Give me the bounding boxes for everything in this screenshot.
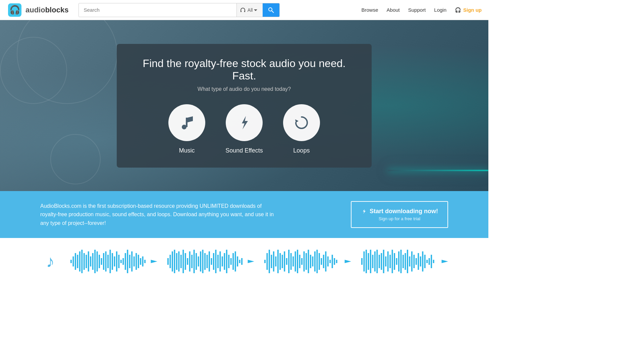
svg-rect-97: [292, 256, 294, 266]
svg-rect-84: [264, 260, 266, 263]
svg-rect-71: [217, 255, 219, 268]
search-input[interactable]: [79, 4, 236, 15]
svg-rect-106: [312, 256, 313, 266]
svg-rect-29: [107, 255, 109, 268]
svg-rect-137: [400, 250, 402, 273]
svg-rect-138: [402, 255, 404, 268]
svg-rect-17: [81, 250, 83, 273]
svg-rect-151: [431, 255, 432, 268]
nav-about[interactable]: About: [387, 7, 400, 13]
svg-rect-73: [222, 256, 223, 266]
svg-rect-109: [319, 253, 320, 270]
svg-rect-2: [240, 11, 241, 12]
hero-subtitle: What type of audio do you need today?: [137, 86, 352, 92]
svg-rect-60: [194, 250, 195, 273]
svg-rect-20: [88, 251, 89, 272]
svg-rect-36: [122, 258, 124, 265]
lightning-icon: [236, 114, 253, 131]
nav-support[interactable]: Support: [408, 7, 426, 13]
hero-decor-circle-3: [50, 134, 101, 184]
svg-rect-69: [213, 253, 214, 270]
svg-rect-66: [207, 255, 208, 268]
filter-label: All: [248, 7, 253, 13]
audio-type-loops[interactable]: Loops: [283, 104, 320, 154]
svg-rect-54: [180, 255, 182, 268]
loop-icon: [293, 114, 310, 131]
search-icon: [268, 7, 274, 13]
svg-line-6: [272, 11, 274, 13]
svg-rect-120: [363, 251, 365, 272]
cta-button[interactable]: Start downloading now! Sign up for a fre…: [351, 201, 448, 228]
svg-rect-146: [420, 256, 421, 266]
svg-rect-95: [288, 250, 289, 273]
svg-rect-57: [187, 258, 188, 265]
svg-marker-153: [442, 260, 448, 263]
nav-login[interactable]: Login: [434, 7, 446, 13]
nav-signup[interactable]: 🎧 Sign up: [455, 7, 482, 13]
teal-accent-line: [388, 170, 488, 171]
audio-type-sound-effects[interactable]: Sound Effects: [225, 104, 263, 154]
waveform-1[interactable]: [70, 248, 157, 275]
svg-rect-39: [129, 255, 130, 268]
waveform-section: ♪: [0, 238, 488, 285]
svg-rect-128: [381, 253, 382, 270]
cta-sub-text: Sign up for a free trial: [379, 216, 420, 221]
svg-rect-152: [433, 260, 434, 263]
logo[interactable]: 🎧 audioblocks: [7, 2, 68, 18]
audio-type-music[interactable]: Music: [168, 104, 205, 154]
search-button[interactable]: [263, 3, 279, 17]
svg-rect-26: [101, 258, 102, 265]
hero-section: Find the royalty-free stock audio you ne…: [0, 20, 488, 191]
waveform-4[interactable]: [361, 248, 448, 275]
svg-rect-21: [90, 256, 91, 266]
svg-rect-119: [361, 258, 363, 265]
music-label: Music: [179, 147, 195, 154]
svg-rect-46: [144, 260, 146, 263]
waveform-3[interactable]: [264, 248, 351, 275]
nav: Browse About Support Login 🎧 Sign up: [362, 7, 482, 13]
svg-rect-126: [376, 250, 378, 273]
search-filter-dropdown[interactable]: All: [236, 3, 263, 17]
svg-rect-105: [310, 255, 311, 268]
loops-circle: [283, 104, 320, 141]
svg-rect-70: [215, 250, 216, 273]
svg-rect-88: [273, 251, 274, 272]
svg-rect-130: [385, 256, 386, 266]
svg-rect-114: [329, 260, 331, 263]
svg-rect-139: [405, 253, 406, 270]
svg-rect-15: [77, 255, 78, 268]
svg-rect-86: [269, 250, 270, 273]
svg-rect-12: [70, 260, 72, 263]
hero-title: Find the royalty-free stock audio you ne…: [137, 57, 352, 82]
svg-rect-68: [211, 258, 212, 265]
cta-lightning-icon: [361, 208, 367, 215]
nav-browse[interactable]: Browse: [362, 7, 378, 13]
svg-rect-136: [398, 251, 399, 272]
svg-rect-18: [84, 253, 85, 270]
svg-rect-62: [198, 256, 199, 266]
svg-rect-52: [176, 253, 177, 270]
loops-label: Loops: [293, 147, 310, 154]
svg-rect-125: [374, 251, 376, 272]
svg-rect-50: [172, 251, 173, 272]
svg-rect-107: [314, 251, 316, 272]
svg-marker-118: [345, 260, 351, 263]
svg-rect-80: [237, 256, 238, 266]
svg-rect-33: [116, 251, 117, 272]
waveforms-container: [70, 248, 448, 275]
svg-marker-83: [248, 260, 254, 263]
svg-rect-78: [232, 253, 234, 270]
dropdown-arrow-icon: [254, 8, 257, 12]
svg-rect-135: [396, 258, 397, 265]
svg-rect-96: [290, 253, 292, 270]
sound-effects-label: Sound Effects: [225, 147, 263, 154]
audio-types: Music Sound Effects L: [137, 104, 352, 154]
waveform-2[interactable]: [167, 248, 254, 275]
svg-rect-44: [140, 258, 141, 265]
svg-rect-16: [79, 251, 80, 272]
svg-rect-82: [241, 258, 243, 265]
svg-rect-65: [204, 253, 206, 270]
signup-headphone-icon: 🎧: [455, 7, 461, 13]
svg-rect-34: [118, 255, 119, 268]
svg-rect-93: [284, 251, 285, 272]
